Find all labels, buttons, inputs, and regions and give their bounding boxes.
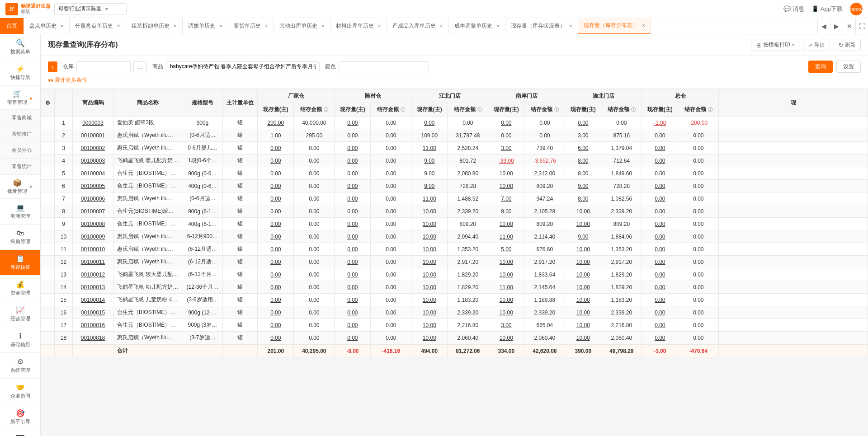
- close-icon[interactable]: ✕: [173, 23, 177, 28]
- tab-other-out[interactable]: 其他出库单历史 ✕: [274, 18, 330, 34]
- close-icon[interactable]: ✕: [496, 23, 500, 28]
- cell-factory-qty: 0.00: [258, 155, 294, 167]
- cell-settings: [41, 268, 55, 281]
- sidebar-item-guide[interactable]: 🎯 新手引导: [0, 404, 40, 430]
- tab-home[interactable]: 首页: [0, 18, 24, 34]
- cell-factory-amt: 0.00: [294, 180, 335, 192]
- color-input[interactable]: [339, 61, 429, 72]
- tab-demand[interactable]: 要货单历史 ✕: [228, 18, 274, 34]
- refresh-button[interactable]: ↻ 刷新: [834, 39, 861, 51]
- main-layout: 🔍 搜索英单 ⚡ 快捷导航 🛒 零售管理 ▲ 零售商城 营销推广 会员中心 零售…: [0, 34, 868, 436]
- sidebar-item-collaboration[interactable]: 🤝 企业协同: [0, 379, 40, 404]
- summary-row: 合计 201.00 40,295.00 -8.00 -416.16 494.00…: [41, 344, 868, 357]
- collapse-btn[interactable]: ›: [48, 61, 57, 72]
- tab-stock-status[interactable]: 现存量（库存状况表） ✕: [505, 18, 578, 34]
- search-icon: 🔍: [3, 39, 38, 47]
- cell-yubei-amt: 2,060.40: [601, 332, 642, 345]
- tab-inventory-history[interactable]: 盘点单历史 ✕: [24, 18, 70, 34]
- close-icon[interactable]: ✕: [60, 23, 64, 28]
- tab-close-btn[interactable]: ✕: [843, 18, 855, 34]
- app-download-btn[interactable]: 📱 App下载: [811, 5, 843, 13]
- sidebar-item-system[interactable]: ⚙ 系统管理: [0, 353, 40, 379]
- close-icon[interactable]: ✕: [642, 23, 645, 28]
- print-button[interactable]: 🖨 按模板打印 ▾: [751, 39, 799, 51]
- company-dropdown[interactable]: 母婴行业演示陈套 ▾: [54, 3, 127, 14]
- sidebar-item-wholesale[interactable]: 📦 批发管理 ▼: [0, 175, 40, 199]
- query-button[interactable]: 查询: [808, 61, 833, 73]
- tab-next-btn[interactable]: ▶: [830, 18, 843, 34]
- info-icon[interactable]: ⓘ: [477, 107, 482, 112]
- sidebar-item-operations[interactable]: 📈 经营管理: [0, 301, 40, 327]
- sidebar-item-nav[interactable]: ⚡ 快捷导航: [0, 60, 40, 86]
- close-icon[interactable]: ✕: [377, 23, 381, 28]
- tab-product-in[interactable]: 产成品入库单历史 ✕: [387, 18, 449, 34]
- cell-factory-amt: 295.00: [294, 129, 335, 142]
- info-icon[interactable]: ⓘ: [324, 107, 328, 112]
- sidebar-item-retail-mall[interactable]: 零售商城: [0, 110, 40, 126]
- sidebar-item-basic-info[interactable]: ℹ 基础信息: [0, 327, 40, 353]
- close-icon[interactable]: ✕: [219, 23, 222, 28]
- cell-jiangbei-amt: 1,488.52: [448, 192, 488, 205]
- message-icon: 💬: [783, 5, 791, 12]
- message-btn[interactable]: 💬 消息: [783, 5, 804, 13]
- cell-chencun-amt: 0.00: [371, 180, 411, 192]
- info-icon[interactable]: ⓘ: [631, 107, 636, 112]
- close-icon[interactable]: ✕: [439, 23, 443, 28]
- table-settings-icon[interactable]: ⚙: [45, 100, 50, 106]
- tab-cost-adjust[interactable]: 成本调整单历史 ✕: [449, 18, 505, 34]
- cell-code: 00100018: [73, 332, 113, 345]
- sidebar-item-member[interactable]: 会员中心: [0, 142, 40, 159]
- sidebar-item-finance[interactable]: 💰 资金管理: [0, 276, 40, 301]
- export-button[interactable]: ↗ 导出: [803, 39, 830, 51]
- sidebar-item-ecommerce[interactable]: 💻 电商管理: [0, 199, 40, 225]
- cell-no: 12: [55, 256, 73, 268]
- cell-name: 合生元（BIOSTIME）…: [113, 306, 182, 319]
- info-icon[interactable]: ⓘ: [401, 107, 405, 112]
- tab-material-out[interactable]: 材料出库单历史 ✕: [330, 18, 387, 34]
- expand-conditions-btn[interactable]: ▾▾ 展开更多条件: [48, 76, 861, 84]
- warehouse-input[interactable]: [76, 61, 131, 72]
- table-row: 12 00100011 惠氏启赋（Wyeth illu… (6-12月适… 罐 …: [41, 256, 868, 268]
- sidebar-item-label: 库存核算: [3, 264, 38, 271]
- cell-code: 00100015: [73, 306, 113, 319]
- warehouse-ellipsis-btn[interactable]: …: [133, 61, 147, 72]
- tab-portion-inventory[interactable]: 分量盘点单历史 ✕: [70, 18, 126, 34]
- cell-yubei-amt: 1,849.60: [601, 167, 642, 180]
- cell-total-amt: 0.00: [678, 167, 719, 180]
- cell-factory-qty: 1.00: [258, 129, 294, 142]
- cell-name: 爱他美 卤辈3段: [113, 117, 182, 129]
- table-row: 16 00100015 合生元（BIOSTIME）… 900g (12-… 罐 …: [41, 306, 868, 319]
- cell-total-amt: 0.00: [678, 319, 719, 332]
- info-icon[interactable]: ⓘ: [708, 107, 712, 112]
- settings-button[interactable]: 设置: [836, 61, 861, 73]
- tab-stock-distribution[interactable]: 现存量（库存分布表） ✕: [578, 18, 651, 34]
- cell-name: 合生元（BIOSTIME）…: [113, 167, 182, 180]
- sidebar-item-inventory[interactable]: 📋 库存核算: [0, 250, 40, 276]
- tab-prev-btn[interactable]: ◀: [817, 18, 830, 34]
- sidebar-item-marketing[interactable]: 营销推广: [0, 126, 40, 142]
- cart-icon: 🛒: [7, 89, 27, 98]
- cell-jiangbei-qty: 0.00: [411, 117, 448, 129]
- close-icon[interactable]: ✕: [264, 23, 268, 28]
- sidebar-item-apps[interactable]: 🔲 应用中心: [0, 430, 40, 436]
- cell-nanan-amt: 2,114.40: [524, 230, 565, 243]
- tab-expand-btn[interactable]: ⛶: [855, 18, 868, 34]
- chevron-down-icon: ▼: [29, 184, 33, 189]
- tab-transfer[interactable]: 调拨单历史 ✕: [183, 18, 228, 34]
- close-icon[interactable]: ✕: [117, 23, 120, 28]
- sidebar-item-purchase[interactable]: 🛍 采购管理: [0, 225, 40, 250]
- cell-factory-qty: 0.00: [258, 281, 294, 294]
- avatar[interactable]: demo2: [850, 3, 863, 15]
- close-icon[interactable]: ✕: [569, 23, 572, 28]
- info-icon[interactable]: ⓘ: [554, 107, 559, 112]
- sidebar-item-retail-mgmt[interactable]: 🛒 零售管理 ▲: [0, 86, 40, 110]
- sidebar-item-search[interactable]: 🔍 搜索英单: [0, 34, 40, 60]
- th-yubei-amt: 结存金额 ⓘ: [601, 103, 642, 117]
- sidebar-item-retail-stats[interactable]: 零售统计: [0, 159, 40, 175]
- cell-chencun-amt: 0.00: [371, 268, 411, 281]
- tab-assembly[interactable]: 组装拆卸单历史 ✕: [126, 18, 183, 34]
- cell-yubei-amt: 809.20: [601, 218, 642, 230]
- cell-chencun-qty: 0.00: [335, 180, 371, 192]
- close-icon[interactable]: ✕: [321, 23, 325, 28]
- product-input[interactable]: [166, 61, 320, 72]
